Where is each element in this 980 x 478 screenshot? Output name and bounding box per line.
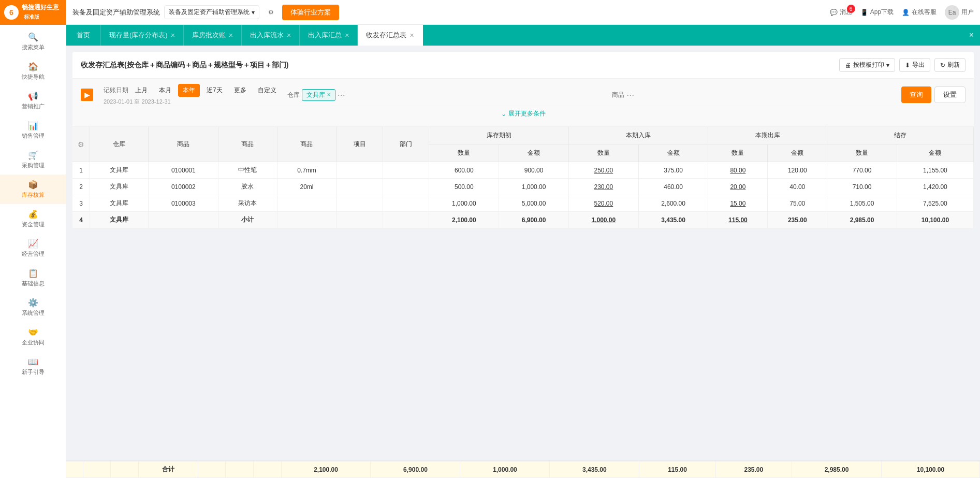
tab-close-inout-flow[interactable]: × bbox=[287, 31, 291, 39]
sidebar-item-inventory[interactable]: 📦 库存核算 bbox=[0, 175, 66, 204]
sidebar-item-marketing[interactable]: 📢 营销推广 bbox=[0, 86, 66, 115]
out-qty-link-2[interactable]: 15.00 bbox=[708, 195, 768, 212]
sidebar-item-search[interactable]: 🔍 搜索菜单 bbox=[0, 27, 66, 56]
out-qty-link-3[interactable]: 115.00 bbox=[708, 212, 768, 228]
in-qty-link-1[interactable]: 230.00 bbox=[568, 179, 638, 195]
th-goods-code: 商品 bbox=[149, 127, 218, 162]
purchase-icon: 🛒 bbox=[28, 150, 38, 160]
filter-goods: 商品 ··· bbox=[612, 90, 634, 99]
column-settings-icon[interactable]: ⚙ bbox=[78, 140, 84, 149]
sidebar-item-operation[interactable]: 📈 经营管理 bbox=[0, 234, 66, 263]
collapse-arrow[interactable]: ▶ bbox=[81, 89, 93, 101]
top-header-left: 装备及固定资产辅助管理系统 装备及固定资产辅助管理系统 ▾ ⚙ 体验行业方案 bbox=[72, 5, 339, 20]
sidebar-item-basic[interactable]: 📋 基础信息 bbox=[0, 263, 66, 293]
table-footer: 合计 2,100.00 6,900.00 1,000.00 3,435.00 1… bbox=[66, 460, 980, 478]
th-out-amt: 金额 bbox=[768, 144, 827, 162]
date-btn-this-month[interactable]: 本月 bbox=[154, 84, 176, 97]
sidebar-item-label: 基础信息 bbox=[22, 280, 45, 287]
tab-inout-summary[interactable]: 出入库汇总 × bbox=[300, 25, 358, 46]
date-btn-7days[interactable]: 近7天 bbox=[202, 84, 227, 97]
in-qty-link-2[interactable]: 520.00 bbox=[568, 195, 638, 212]
printer-icon: 🖨 bbox=[845, 62, 851, 69]
date-btn-last-month[interactable]: 上月 bbox=[130, 84, 152, 97]
tab-close-stock-summary[interactable]: × bbox=[409, 31, 414, 39]
date-range: 2023-01-01 至 2023-12-31 bbox=[104, 98, 281, 106]
user-menu[interactable]: Ea 用户 bbox=[945, 5, 974, 20]
th-open-qty: 数量 bbox=[429, 144, 499, 162]
expand-button[interactable]: ⌄ 展开更多条件 bbox=[501, 109, 546, 118]
in-qty-link-0[interactable]: 250.00 bbox=[568, 162, 638, 179]
system-title: 装备及固定资产辅助管理系统 bbox=[72, 8, 160, 17]
date-btn-more[interactable]: 更多 bbox=[229, 84, 251, 97]
th-close-qty: 数量 bbox=[827, 144, 897, 162]
sidebar-item-finance[interactable]: 💰 资金管理 bbox=[0, 204, 66, 234]
out-qty-link-1[interactable]: 20.00 bbox=[708, 179, 768, 195]
warehouse-more[interactable]: ··· bbox=[338, 90, 345, 99]
filter-bar: ▶ 记账日期 上月 本月 本年 近7天 更多 自定义 2023 bbox=[72, 79, 974, 127]
warehouse-tag-close[interactable]: × bbox=[327, 91, 331, 98]
online-service-button[interactable]: 👤 在线客服 bbox=[902, 8, 937, 17]
marketing-icon: 📢 bbox=[28, 91, 38, 101]
sidebar-item-guide[interactable]: 📖 新手引导 bbox=[0, 352, 66, 381]
page-card: 收发存汇总表(按仓库＋商品编码＋商品＋规格型号＋项目＋部门) 🖨 按模板打印 ▾… bbox=[72, 52, 974, 228]
logo-icon: 6 bbox=[4, 5, 19, 20]
tab-stock-summary[interactable]: 收发存汇总表 × bbox=[358, 25, 422, 46]
footer-out-qty: 115.00 bbox=[639, 461, 715, 478]
filter-settings-button[interactable]: 设置 bbox=[934, 86, 966, 103]
date-btn-custom[interactable]: 自定义 bbox=[253, 84, 281, 97]
out-qty-link-0[interactable]: 80.00 bbox=[708, 162, 768, 179]
operation-icon: 📈 bbox=[28, 239, 38, 249]
print-button[interactable]: 🖨 按模板打印 ▾ bbox=[839, 58, 895, 72]
export-button[interactable]: ⬇ 导出 bbox=[899, 58, 930, 72]
refresh-button[interactable]: ↻ 刷新 bbox=[934, 58, 966, 72]
sidebar-item-sales[interactable]: 📊 销售管理 bbox=[0, 115, 66, 145]
footer-in-amt: 3,435.00 bbox=[550, 461, 639, 478]
sidebar-item-purchase[interactable]: 🛒 采购管理 bbox=[0, 145, 66, 175]
logo: 6 畅捷通好生意 标准版 bbox=[0, 0, 66, 25]
system-dropdown[interactable]: 装备及固定资产辅助管理系统 ▾ bbox=[164, 5, 259, 19]
page-title-bar: 收发存汇总表(按仓库＋商品编码＋商品＋规格型号＋项目＋部门) 🖨 按模板打印 ▾… bbox=[72, 52, 974, 79]
in-qty-link-3[interactable]: 1,000.00 bbox=[568, 212, 638, 228]
goods-more[interactable]: ··· bbox=[626, 90, 634, 99]
th-project: 项目 bbox=[337, 127, 383, 162]
settings-button[interactable]: ⚙ bbox=[264, 5, 278, 20]
finance-icon: 💰 bbox=[28, 209, 38, 219]
sidebar-item-label: 销售管理 bbox=[22, 132, 45, 140]
footer-label: 合计 bbox=[138, 461, 198, 478]
sidebar-nav: 🔍 搜索菜单 🏠 快捷导航 📢 营销推广 📊 销售管理 🛒 采购管理 📦 bbox=[0, 25, 66, 478]
sidebar: 6 畅捷通好生意 标准版 🔍 搜索菜单 🏠 快捷导航 📢 营销推广 📊 bbox=[0, 0, 66, 478]
table-row: 1 文具库 0100001 中性笔 0.7mm 600.00 900.00 25… bbox=[72, 162, 974, 179]
footer-close-amt: 10,100.00 bbox=[881, 461, 979, 478]
quick-nav-icon: 🏠 bbox=[28, 62, 38, 71]
tab-batch[interactable]: 库房批次账 × bbox=[184, 25, 242, 46]
tab-inventory-dist[interactable]: 现存量(库存分布表) × bbox=[101, 25, 184, 46]
footer-open-qty: 2,100.00 bbox=[281, 461, 371, 478]
th-goods-spec: 商品 bbox=[277, 127, 337, 162]
footer-row: 合计 2,100.00 6,900.00 1,000.00 3,435.00 1… bbox=[66, 461, 980, 478]
chevron-down-icon: ▾ bbox=[886, 62, 889, 69]
date-btn-this-year[interactable]: 本年 bbox=[178, 84, 200, 97]
app-download-button[interactable]: 📱 App下载 bbox=[860, 8, 894, 17]
tab-bar-close[interactable]: × bbox=[963, 31, 980, 40]
query-button[interactable]: 查询 bbox=[901, 86, 931, 103]
service-icon: 👤 bbox=[902, 9, 910, 16]
sidebar-item-label: 快捷导航 bbox=[22, 73, 45, 81]
try-button[interactable]: 体验行业方案 bbox=[282, 5, 339, 20]
expand-icon: ⌄ bbox=[501, 110, 506, 118]
inventory-icon: 📦 bbox=[28, 180, 38, 190]
table-subtotal-row: 4 文具库 小计 2,100.00 6,900.00 1,000.00 bbox=[72, 212, 974, 228]
sidebar-item-quick-nav[interactable]: 🏠 快捷导航 bbox=[0, 56, 66, 86]
page-content: 收发存汇总表(按仓库＋商品编码＋商品＋规格型号＋项目＋部门) 🖨 按模板打印 ▾… bbox=[66, 46, 980, 460]
tab-home[interactable]: 首页 bbox=[66, 25, 101, 46]
th-in-amt: 金额 bbox=[638, 144, 708, 162]
tab-close-inventory-dist[interactable]: × bbox=[171, 31, 175, 39]
filter-warehouse: 仓库 文具库 × ··· bbox=[287, 89, 345, 101]
sidebar-item-system[interactable]: ⚙️ 系统管理 bbox=[0, 293, 66, 322]
tab-inout-flow[interactable]: 出入库流水 × bbox=[242, 25, 300, 46]
message-button[interactable]: 💬 消息 6 bbox=[830, 8, 852, 17]
tab-close-batch[interactable]: × bbox=[229, 31, 233, 39]
th-out-group: 本期出库 bbox=[708, 127, 827, 144]
tab-close-inout-summary[interactable]: × bbox=[345, 31, 349, 39]
sidebar-item-enterprise[interactable]: 🤝 企业协同 bbox=[0, 322, 66, 352]
expand-row: ⌄ 展开更多条件 bbox=[81, 106, 966, 121]
